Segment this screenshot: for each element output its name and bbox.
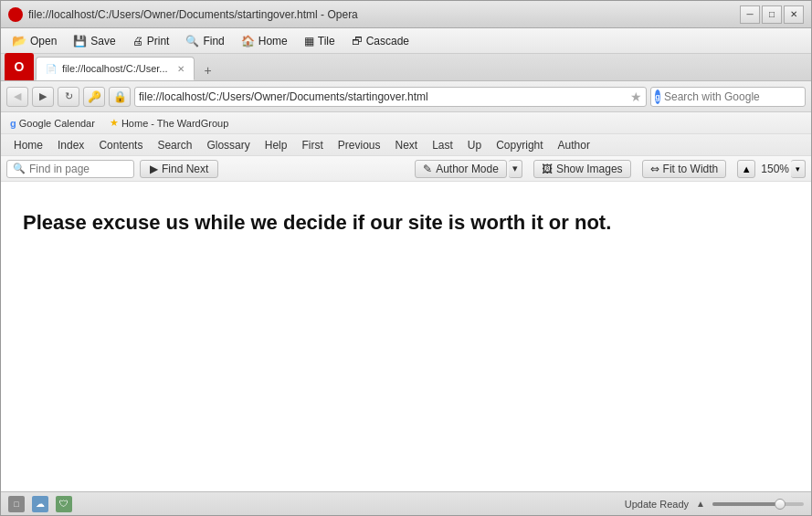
nav-up[interactable]: Up	[460, 137, 489, 153]
window-title: file://localhost/C:/Users/Owner/Document…	[28, 8, 358, 21]
minimize-button[interactable]: ─	[740, 5, 760, 24]
find-icon: 🔍	[185, 35, 199, 47]
title-bar-left: file://localhost/C:/Users/Owner/Document…	[8, 7, 358, 22]
tab-current[interactable]: 📄 file://localhost/C:/User... ✕	[36, 57, 195, 80]
nav-last[interactable]: Last	[425, 137, 460, 153]
nav-toolbar: Home Index Contents Search Glossary Help…	[1, 134, 811, 156]
menu-cascade[interactable]: 🗗 Cascade	[344, 32, 417, 50]
menu-find[interactable]: 🔍 Find	[178, 32, 231, 50]
back-button[interactable]: ◀	[6, 87, 28, 107]
browser-window: file://localhost/C:/Users/Owner/Document…	[0, 0, 812, 516]
menu-tile[interactable]: ▦ Tile	[297, 32, 343, 50]
status-up-arrow: ▲	[696, 499, 705, 509]
show-images-button[interactable]: 🖼 Show Images	[533, 160, 631, 178]
zoom-dropdown-button[interactable]: ▾	[791, 160, 806, 178]
nav-next[interactable]: Next	[387, 137, 425, 153]
status-icon-2[interactable]: ☁	[32, 496, 48, 512]
google-search-icon[interactable]: g	[655, 90, 660, 104]
bookmark-home-wardgroup[interactable]: ★ Home - The WardGroup	[106, 115, 232, 131]
status-bar: □ ☁ 🛡 Update Ready ▲	[1, 491, 811, 515]
address-bar: ◀ ▶ ↻ 🔑 🔒 ★ g	[1, 81, 811, 112]
fit-to-width-button[interactable]: ⇔ Fit to Width	[642, 160, 727, 178]
search-input[interactable]	[664, 90, 801, 103]
find-search-icon: 🔍	[13, 163, 26, 174]
menu-open[interactable]: 📂 Open	[5, 31, 64, 50]
key-button[interactable]: 🔑	[83, 87, 105, 107]
find-toolbar: 🔍 ▶ Find Next ✎ Author Mode ▾ 🖼 Show Ima…	[1, 156, 811, 182]
nav-previous[interactable]: Previous	[331, 137, 388, 153]
nav-index[interactable]: Index	[50, 137, 91, 153]
save-icon: 💾	[73, 35, 87, 47]
nav-copyright[interactable]: Copyright	[489, 137, 550, 153]
status-icon-3[interactable]: 🛡	[56, 496, 72, 512]
open-icon: 📂	[12, 34, 26, 47]
author-mode-dropdown[interactable]: ▾	[509, 160, 522, 178]
address-input[interactable]	[139, 90, 627, 103]
author-mode-button[interactable]: ✎ Author Mode	[415, 160, 507, 178]
bookmark-google-calendar[interactable]: g Google Calendar	[6, 116, 99, 131]
status-icon-1[interactable]: □	[8, 496, 25, 512]
close-button[interactable]: ✕	[784, 5, 804, 24]
title-bar: file://localhost/C:/Users/Owner/Document…	[1, 1, 811, 28]
find-input-wrap: 🔍	[6, 160, 134, 178]
zoom-up-button[interactable]: ▲	[737, 160, 755, 178]
menu-save[interactable]: 💾 Save	[66, 32, 122, 50]
forward-button[interactable]: ▶	[32, 87, 54, 107]
opera-logo[interactable]: O	[5, 53, 34, 80]
menu-print[interactable]: 🖨 Print	[125, 32, 177, 50]
tab-favicon: 📄	[46, 64, 57, 74]
content-area: Please excuse us while we decide if our …	[1, 182, 811, 491]
address-input-wrap: ★	[134, 87, 647, 107]
reload-button[interactable]: ↻	[58, 87, 79, 107]
zoom-wrap: ▲ 150% ▾	[737, 160, 806, 178]
find-next-button[interactable]: ▶ Find Next	[140, 160, 218, 178]
fit-icon: ⇔	[650, 163, 659, 175]
tab-close-button[interactable]: ✕	[177, 64, 185, 74]
home-icon: 🏠	[241, 35, 255, 47]
zoom-value: 150%	[757, 163, 793, 175]
title-bar-controls: ─ □ ✕	[740, 5, 804, 24]
bookmarks-bar: g Google Calendar ★ Home - The WardGroup	[1, 112, 811, 134]
maximize-button[interactable]: □	[762, 5, 782, 24]
status-left: □ ☁ 🛡	[8, 496, 72, 512]
nav-help[interactable]: Help	[258, 137, 295, 153]
tab-add-button[interactable]: +	[198, 60, 218, 80]
tile-icon: ▦	[304, 35, 314, 47]
nav-first[interactable]: First	[294, 137, 330, 153]
status-right: Update Ready ▲	[625, 499, 804, 510]
bookmark-star[interactable]: ★	[630, 90, 642, 104]
find-next-icon: ▶	[150, 163, 158, 175]
nav-author[interactable]: Author	[551, 137, 597, 153]
nav-search[interactable]: Search	[150, 137, 199, 153]
tab-label: file://localhost/C:/User...	[62, 63, 168, 74]
cascade-icon: 🗗	[352, 35, 363, 47]
slider-fill	[712, 502, 776, 506]
slider-thumb[interactable]	[775, 499, 786, 510]
show-images-icon: 🖼	[542, 163, 553, 175]
nav-home[interactable]: Home	[6, 137, 50, 153]
search-wrap: g	[650, 87, 806, 107]
zoom-slider[interactable]	[712, 502, 804, 506]
security-button[interactable]: 🔒	[109, 87, 131, 107]
author-mode-icon: ✎	[423, 163, 432, 175]
main-text: Please excuse us while we decide if our …	[23, 209, 789, 237]
status-text: Update Ready	[625, 499, 689, 510]
tab-bar: O 📄 file://localhost/C:/User... ✕ +	[1, 54, 811, 81]
nav-contents[interactable]: Contents	[91, 137, 150, 153]
menu-bar: 📂 Open 💾 Save 🖨 Print 🔍 Find 🏠 Home ▦ Ti…	[1, 28, 811, 54]
opera-icon	[8, 7, 23, 22]
google-calendar-icon: g	[10, 118, 16, 129]
find-input[interactable]	[29, 163, 128, 175]
wardgroup-star-icon: ★	[110, 117, 119, 129]
print-icon: 🖨	[132, 35, 143, 47]
nav-glossary[interactable]: Glossary	[199, 137, 257, 153]
menu-home[interactable]: 🏠 Home	[234, 32, 295, 50]
